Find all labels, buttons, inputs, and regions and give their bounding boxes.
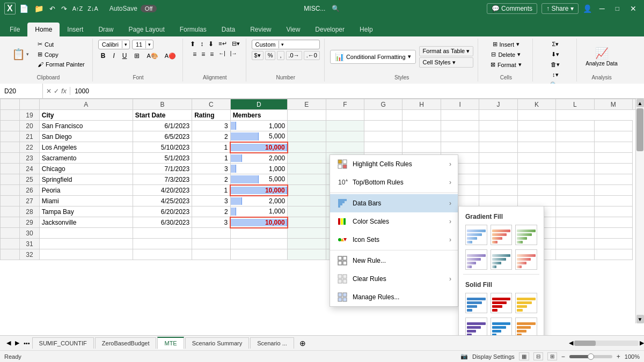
date-cell[interactable] bbox=[133, 249, 192, 260]
cell-styles-button[interactable]: Cell Styles ▾ bbox=[419, 57, 474, 68]
date-cell[interactable]: 7/1/2023 bbox=[133, 164, 192, 174]
col-header-K[interactable]: K bbox=[517, 99, 555, 110]
empty-cell[interactable] bbox=[479, 206, 517, 217]
comma-button[interactable]: , bbox=[277, 51, 284, 60]
tab-page-layout[interactable]: Page Layout bbox=[121, 23, 172, 36]
empty-cell[interactable] bbox=[479, 174, 517, 185]
empty-cell[interactable] bbox=[479, 196, 517, 206]
members-cell[interactable]: 10,000 bbox=[230, 217, 288, 228]
empty-cell[interactable] bbox=[594, 142, 632, 153]
col-header-G[interactable]: G bbox=[364, 99, 402, 110]
date-cell[interactable]: 6/1/2023 bbox=[133, 121, 192, 131]
insert-function-icon[interactable]: fx bbox=[61, 87, 67, 95]
clear-button[interactable]: 🗑▾ bbox=[547, 60, 563, 69]
tab-help[interactable]: Help bbox=[352, 23, 380, 36]
hscroll-right-button[interactable]: ▶ bbox=[640, 339, 644, 346]
empty-cell[interactable] bbox=[556, 228, 594, 239]
empty-cell[interactable] bbox=[556, 196, 594, 206]
formula-input[interactable]: 1000 bbox=[70, 87, 644, 95]
format-as-table-button[interactable]: Format as Table ▾ bbox=[419, 46, 474, 56]
members-cell[interactable] bbox=[230, 239, 288, 249]
empty-cell[interactable] bbox=[594, 121, 632, 131]
empty-cell[interactable] bbox=[594, 174, 632, 185]
header-cell-members[interactable]: Members bbox=[230, 110, 288, 121]
rating-cell[interactable] bbox=[192, 239, 230, 249]
col-header-E[interactable]: E bbox=[288, 99, 326, 110]
analyze-data-button[interactable]: 📈 Analyze Data bbox=[582, 45, 620, 69]
menu-item-clear-rules[interactable]: Clear Rules › bbox=[330, 270, 458, 288]
members-cell[interactable]: 10,000 bbox=[230, 142, 288, 153]
empty-cell[interactable] bbox=[288, 153, 326, 164]
empty-cell[interactable] bbox=[594, 249, 632, 260]
rating-cell[interactable]: 1 bbox=[192, 185, 230, 196]
menu-item-highlight-cells[interactable]: Highlight Cells Rules › bbox=[330, 155, 458, 173]
hscroll-thumb[interactable] bbox=[574, 341, 596, 346]
empty-cell[interactable] bbox=[556, 239, 594, 249]
close-button[interactable]: ✕ bbox=[627, 4, 640, 13]
empty-cell[interactable] bbox=[594, 131, 632, 142]
empty-cell[interactable] bbox=[288, 142, 326, 153]
tab-zerobasedbudget[interactable]: ZeroBasedBudget bbox=[95, 337, 157, 349]
tab-formulas[interactable]: Formulas bbox=[172, 23, 214, 36]
normal-view-button[interactable]: ▦ bbox=[519, 352, 529, 360]
city-cell[interactable]: Los Angeles bbox=[39, 142, 133, 153]
empty-cell[interactable] bbox=[479, 249, 517, 260]
col-header-B[interactable]: B bbox=[133, 99, 192, 110]
date-cell[interactable]: 5/1/2023 bbox=[133, 153, 192, 164]
empty-cell[interactable] bbox=[402, 142, 441, 153]
empty-cell[interactable] bbox=[517, 185, 555, 196]
col-header-H[interactable]: H bbox=[402, 99, 441, 110]
paste-button[interactable]: 📋 ▾ bbox=[9, 47, 32, 62]
hscroll-track[interactable] bbox=[574, 341, 639, 346]
empty-cell[interactable] bbox=[288, 239, 326, 249]
empty-cell[interactable] bbox=[479, 142, 517, 153]
fill-button[interactable]: ⬇▾ bbox=[548, 50, 562, 59]
city-cell[interactable]: Chicago bbox=[39, 164, 133, 174]
share-button[interactable]: ↑ Share ▾ bbox=[541, 3, 579, 14]
account-icon[interactable]: 👤 bbox=[583, 4, 592, 13]
font-color-button[interactable]: A🔴 bbox=[163, 52, 178, 60]
empty-cell[interactable] bbox=[556, 153, 594, 164]
scroll-up-button[interactable]: ▲ bbox=[636, 99, 644, 107]
tab-scenario-summary[interactable]: Scenario Summary bbox=[185, 337, 250, 349]
empty-cell[interactable] bbox=[364, 142, 402, 153]
empty-cell[interactable] bbox=[364, 121, 402, 131]
date-cell[interactable]: 6/5/2023 bbox=[133, 131, 192, 142]
display-settings-label[interactable]: Display Settings bbox=[472, 353, 515, 360]
find-select-button[interactable]: 🔍▾ bbox=[547, 80, 564, 84]
decimal-more-button[interactable]: .0→ bbox=[286, 51, 302, 60]
date-cell[interactable]: 6/20/2023 bbox=[133, 206, 192, 217]
confirm-formula-icon[interactable]: ✓ bbox=[54, 87, 59, 95]
empty-cell[interactable] bbox=[556, 164, 594, 174]
empty-cell[interactable] bbox=[594, 228, 632, 239]
scroll-down-button[interactable]: ▼ bbox=[636, 315, 644, 323]
zoom-out-button[interactable]: − bbox=[561, 353, 565, 360]
rating-cell[interactable]: 3 bbox=[192, 164, 230, 174]
rating-cell[interactable] bbox=[192, 249, 230, 260]
zoom-in-button[interactable]: + bbox=[617, 353, 620, 360]
scroll-tabs-more[interactable]: ••• bbox=[21, 340, 32, 346]
delete-button[interactable]: ⊟Delete▾ bbox=[488, 50, 524, 59]
tab-mte[interactable]: MTE bbox=[157, 337, 184, 349]
col-header-A[interactable]: A bbox=[39, 99, 133, 110]
empty-cell[interactable] bbox=[288, 206, 326, 217]
add-sheet-button[interactable]: ⊕ bbox=[295, 337, 310, 350]
page-break-view-button[interactable]: ⊞ bbox=[547, 352, 557, 360]
page-layout-view-button[interactable]: ⊟ bbox=[533, 352, 543, 360]
empty-cell[interactable] bbox=[326, 142, 364, 153]
align-center-button[interactable]: ≡ bbox=[200, 50, 207, 58]
city-cell[interactable]: Miami bbox=[39, 196, 133, 206]
empty-cell[interactable] bbox=[594, 153, 632, 164]
empty-cell[interactable] bbox=[441, 110, 479, 121]
empty-cell[interactable] bbox=[288, 110, 326, 121]
city-cell[interactable]: San Diego bbox=[39, 131, 133, 142]
sort-desc-icon[interactable]: Z↓A bbox=[86, 4, 100, 13]
tab-data[interactable]: Data bbox=[214, 23, 243, 36]
city-cell[interactable]: Tampa Bay bbox=[39, 206, 133, 217]
empty-cell[interactable] bbox=[594, 164, 632, 174]
italic-button[interactable]: I bbox=[110, 51, 117, 61]
empty-cell[interactable] bbox=[288, 121, 326, 131]
city-cell[interactable]: Peoria bbox=[39, 185, 133, 196]
tab-developer[interactable]: Developer bbox=[308, 23, 352, 36]
rating-cell[interactable]: 2 bbox=[192, 174, 230, 185]
